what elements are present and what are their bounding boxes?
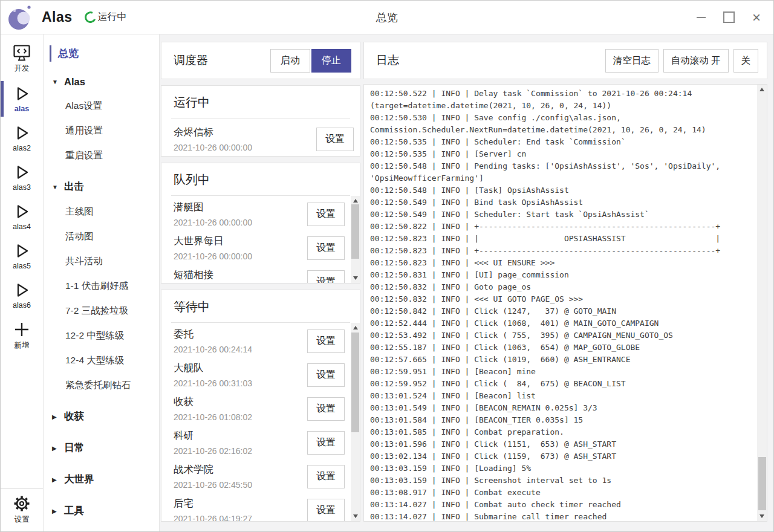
task-name: 战术学院 bbox=[174, 463, 302, 476]
stop-button[interactable]: 停止 bbox=[311, 49, 351, 73]
play-icon bbox=[12, 163, 31, 182]
chevron-down-icon: ▼ bbox=[52, 184, 59, 190]
menu-group-工具[interactable]: ▶工具 bbox=[44, 498, 159, 524]
task-row-科研: 科研2021-10-26 02:16:02设置 bbox=[161, 426, 351, 459]
task-name: 余烬信标 bbox=[174, 126, 311, 139]
scroll-up-icon[interactable] bbox=[351, 323, 360, 332]
task-name: 后宅 bbox=[174, 497, 302, 510]
active-indicator bbox=[50, 45, 51, 62]
chevron-down-icon: ▼ bbox=[52, 79, 59, 85]
task-setting-button[interactable]: 设置 bbox=[307, 329, 345, 353]
sidebar-item-alas3[interactable]: alas3 bbox=[1, 158, 43, 197]
menu-group-大世界[interactable]: ▶大世界 bbox=[44, 467, 159, 492]
start-button[interactable]: 启动 bbox=[270, 49, 310, 73]
task-setting-button[interactable]: 设置 bbox=[307, 270, 345, 284]
task-info: 收获2021-10-26 01:08:02 bbox=[174, 395, 302, 422]
log-title: 日志 bbox=[376, 53, 605, 68]
sidebar-item-alas2[interactable]: alas2 bbox=[1, 118, 43, 158]
task-info: 大舰队2021-10-26 00:31:03 bbox=[174, 362, 302, 388]
sidebar-item-label: alas4 bbox=[13, 222, 31, 231]
maximize-button[interactable] bbox=[723, 11, 735, 24]
sidebar-item-settings[interactable]: 设置 bbox=[1, 489, 43, 530]
autoscroll-off-button[interactable]: 关 bbox=[733, 49, 759, 73]
task-setting-button[interactable]: 设置 bbox=[307, 431, 345, 455]
scroll-down-icon[interactable] bbox=[351, 273, 360, 283]
autoscroll-toggle-button[interactable]: 自动滚动 开 bbox=[663, 49, 729, 73]
running-task-list: 余烬信标2021-10-26 00:00:00设置 bbox=[161, 118, 360, 156]
menu-item-共斗活动[interactable]: 共斗活动 bbox=[44, 249, 159, 274]
task-name: 科研 bbox=[174, 429, 302, 443]
menu-group-收获[interactable]: ▶收获 bbox=[44, 404, 159, 429]
task-info: 余烬信标2021-10-26 00:00:00 bbox=[174, 126, 311, 152]
task-setting-button[interactable]: 设置 bbox=[307, 203, 345, 226]
task-name: 潜艇图 bbox=[174, 201, 302, 214]
task-setting-button[interactable]: 设置 bbox=[307, 465, 345, 488]
pending-task-list: 潜艇图2021-10-26 00:00:00设置大世界每日2021-10-26 … bbox=[161, 196, 351, 283]
sidebar-item-alas4[interactable]: alas4 bbox=[1, 197, 43, 236]
scrollbar-thumb[interactable] bbox=[351, 332, 359, 432]
sidebar-item-add[interactable]: 新增 bbox=[1, 315, 43, 356]
menu-item-Alas设置[interactable]: Alas设置 bbox=[44, 94, 159, 118]
scroll-down-icon[interactable] bbox=[351, 511, 360, 521]
scheduler-header-panel: 调度器 启动 停止 bbox=[161, 42, 360, 79]
status-label: 运行中 bbox=[98, 11, 127, 24]
waiting-panel: 等待中 委托2021-10-26 00:24:14设置大舰队2021-10-26… bbox=[161, 290, 360, 522]
sidebar-item-alas5[interactable]: alas5 bbox=[1, 236, 43, 276]
task-setting-button[interactable]: 设置 bbox=[307, 397, 345, 421]
sidebar-item-alas6[interactable]: alas6 bbox=[1, 276, 43, 315]
waiting-scrollbar[interactable] bbox=[351, 323, 360, 521]
sidebar-item-dev[interactable]: 开发 bbox=[1, 38, 43, 79]
sidebar-item-label: alas5 bbox=[13, 262, 31, 270]
sidebar-item-label: alas3 bbox=[13, 183, 31, 192]
app-logo-icon bbox=[7, 3, 33, 32]
gear-icon bbox=[12, 494, 31, 513]
clear-log-button[interactable]: 清空日志 bbox=[605, 49, 659, 73]
play-icon bbox=[12, 281, 31, 300]
menu-item-7-2 三战捡垃圾[interactable]: 7-2 三战捡垃圾 bbox=[44, 299, 159, 323]
app-window: Alas 运行中 总览 × 开发alasalas2alas3alas4alas5… bbox=[0, 0, 774, 532]
menu-item-重启设置[interactable]: 重启设置 bbox=[44, 143, 159, 168]
menu-group-label: Alas bbox=[64, 76, 85, 88]
menu-group-Alas[interactable]: ▼Alas bbox=[44, 70, 159, 94]
log-panel: 00:12:50.522 | INFO | Delay task `Commis… bbox=[363, 84, 767, 522]
sidebar-item-alas[interactable]: alas bbox=[1, 79, 43, 118]
task-name: 大世界每日 bbox=[174, 235, 302, 248]
minimize-button[interactable] bbox=[695, 11, 707, 24]
sidebar-item-label: alas2 bbox=[13, 144, 31, 152]
task-info: 战术学院2021-10-26 02:45:50 bbox=[174, 463, 302, 490]
play-icon bbox=[12, 202, 31, 221]
play-icon bbox=[12, 241, 31, 261]
menu-item-12-4 大型练级[interactable]: 12-4 大型练级 bbox=[44, 348, 159, 373]
log-scrollbar[interactable] bbox=[757, 85, 767, 521]
task-setting-button[interactable]: 设置 bbox=[307, 363, 345, 387]
task-next-run-time: 2021-10-26 00:00:00 bbox=[174, 143, 311, 152]
scroll-down-icon[interactable] bbox=[757, 511, 767, 521]
task-setting-button[interactable]: 设置 bbox=[307, 236, 345, 260]
close-button[interactable]: × bbox=[750, 11, 763, 24]
menu-item-紧急委托刷钻石[interactable]: 紧急委托刷钻石 bbox=[44, 373, 159, 398]
menu-item-通用设置[interactable]: 通用设置 bbox=[44, 118, 159, 143]
menu-item-12-2 中型练级[interactable]: 12-2 中型练级 bbox=[44, 323, 159, 348]
scrollbar-thumb[interactable] bbox=[351, 204, 359, 259]
task-info: 后宅2021-10-26 04:19:27 bbox=[174, 497, 302, 521]
menu-group-label: 收获 bbox=[64, 410, 84, 423]
menu-item-主线图[interactable]: 主线图 bbox=[44, 199, 159, 224]
menu-item-活动图[interactable]: 活动图 bbox=[44, 224, 159, 249]
task-info: 科研2021-10-26 02:16:02 bbox=[174, 429, 302, 456]
task-row-短猫相接: 短猫相接2021-10-26 00:00:00设置 bbox=[161, 265, 351, 283]
task-name: 委托 bbox=[174, 328, 302, 341]
task-next-run-time: 2021-10-26 02:16:02 bbox=[174, 446, 302, 456]
menu-group-出击[interactable]: ▼出击 bbox=[44, 174, 159, 199]
chevron-right-icon: ▶ bbox=[52, 508, 59, 514]
task-setting-button[interactable]: 设置 bbox=[316, 128, 354, 151]
task-next-run-time: 2021-10-26 00:00:00 bbox=[174, 251, 302, 261]
title-bar: Alas 运行中 总览 × bbox=[1, 1, 773, 34]
pending-scrollbar[interactable] bbox=[351, 196, 360, 283]
menu-group-日常[interactable]: ▶日常 bbox=[44, 435, 159, 461]
scrollbar-thumb[interactable] bbox=[758, 457, 766, 510]
log-scroll-area[interactable]: 00:12:50.522 | INFO | Delay task `Commis… bbox=[364, 85, 757, 521]
menu-item-overview[interactable]: 总览 bbox=[44, 43, 159, 64]
scroll-up-icon[interactable] bbox=[757, 85, 767, 94]
task-setting-button[interactable]: 设置 bbox=[307, 499, 345, 522]
menu-item-1-1 伏击刷好感[interactable]: 1-1 伏击刷好感 bbox=[44, 274, 159, 299]
